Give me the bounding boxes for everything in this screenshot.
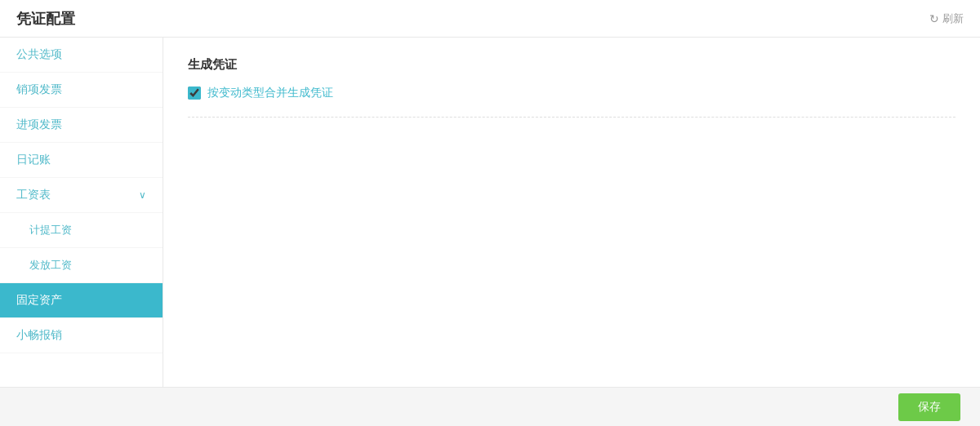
page-title: 凭证配置 bbox=[16, 9, 75, 29]
refresh-button[interactable]: ↻ 刷新 bbox=[929, 11, 964, 26]
sidebar-item-label: 销项发票 bbox=[16, 82, 62, 97]
main-layout: 公共选项 销项发票 进项发票 日记账 工资表 ∨ 计提工资 发放工资 固定资 bbox=[0, 38, 980, 387]
save-button[interactable]: 保存 bbox=[898, 393, 960, 421]
sidebar-item-journal[interactable]: 日记账 bbox=[0, 143, 163, 178]
sidebar-item-payroll-table[interactable]: 工资表 ∨ bbox=[0, 178, 163, 213]
merge-checkbox[interactable] bbox=[188, 87, 201, 100]
checkbox-row: 按变动类型合并生成凭证 bbox=[188, 86, 956, 100]
sidebar-item-label: 固定资产 bbox=[16, 293, 62, 308]
header: 凭证配置 ↻ 刷新 bbox=[0, 0, 980, 38]
sidebar-item-pay-salary[interactable]: 发放工资 bbox=[0, 248, 163, 283]
sidebar: 公共选项 销项发票 进项发票 日记账 工资表 ∨ 计提工资 发放工资 固定资 bbox=[0, 38, 163, 387]
sidebar-item-public-options[interactable]: 公共选项 bbox=[0, 38, 163, 73]
sidebar-item-label: 日记账 bbox=[16, 153, 51, 167]
sidebar-item-label: 工资表 bbox=[16, 188, 51, 202]
refresh-icon: ↻ bbox=[929, 12, 939, 25]
refresh-label: 刷新 bbox=[942, 11, 964, 26]
content-area: 生成凭证 按变动类型合并生成凭证 bbox=[163, 38, 980, 387]
sidebar-item-purchase-invoice[interactable]: 进项发票 bbox=[0, 108, 163, 143]
section-divider bbox=[188, 117, 956, 118]
sidebar-item-label: 计提工资 bbox=[29, 223, 72, 237]
sidebar-item-label: 小畅报销 bbox=[16, 328, 62, 343]
sidebar-item-expense-claim[interactable]: 小畅报销 bbox=[0, 318, 163, 353]
sidebar-item-fixed-assets[interactable]: 固定资产 bbox=[0, 283, 163, 318]
chevron-down-icon: ∨ bbox=[139, 189, 146, 201]
sidebar-item-label: 公共选项 bbox=[16, 47, 62, 62]
sidebar-item-sales-invoice[interactable]: 销项发票 bbox=[0, 73, 163, 108]
sidebar-item-label: 进项发票 bbox=[16, 118, 62, 132]
sidebar-item-accrual-salary[interactable]: 计提工资 bbox=[0, 213, 163, 248]
section-title: 生成凭证 bbox=[188, 57, 956, 73]
merge-checkbox-label[interactable]: 按变动类型合并生成凭证 bbox=[207, 86, 333, 100]
footer: 保存 bbox=[0, 387, 980, 426]
sidebar-item-label: 发放工资 bbox=[29, 258, 72, 273]
